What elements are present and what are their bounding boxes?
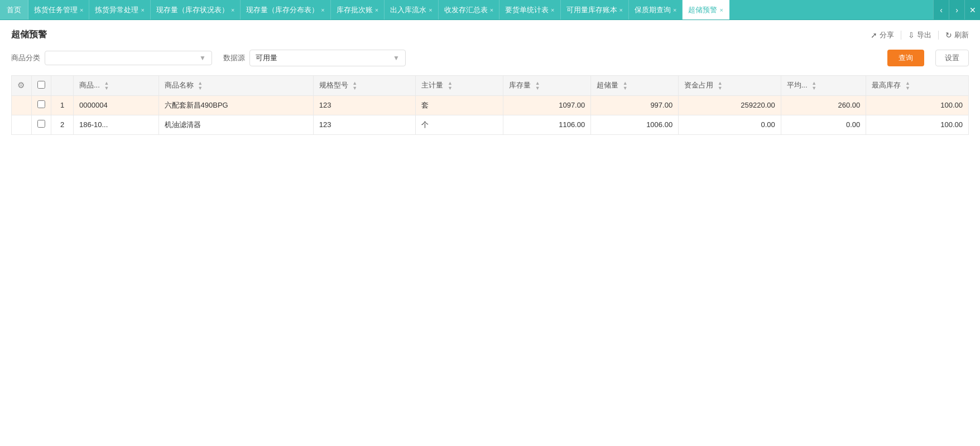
nav-item-5-close[interactable]: × — [429, 7, 432, 13]
table-header: ⚙ 商品... ▲▼ 商品名称 ▲▼ 规格型号 ▲▼ — [12, 76, 969, 96]
nav-item-7-close[interactable]: × — [551, 7, 554, 13]
nav-next-btn[interactable]: › — [949, 0, 964, 20]
td-avg-1: 0.00 — [781, 115, 866, 134]
th-over-label: 超储量 — [597, 81, 618, 89]
header-actions: ➚ 分享 ⇩ 导出 ↻ 刷新 — [871, 30, 969, 40]
nav-item-0-close[interactable]: × — [80, 7, 83, 13]
datasource-select[interactable]: 可用量 ▼ — [249, 50, 406, 66]
nav-item-10[interactable]: 超储预警 × — [683, 0, 729, 20]
category-filter-group: 商品分类 ▼ — [11, 51, 212, 65]
td-over-0: 997.00 — [591, 95, 679, 115]
th-checkbox[interactable] — [32, 76, 51, 96]
th-code-sort[interactable]: ▲▼ — [104, 81, 109, 91]
td-settings-0 — [12, 95, 32, 115]
td-spec-0: 123 — [313, 95, 416, 115]
td-stock-1: 1106.00 — [503, 115, 591, 134]
td-settings-1 — [12, 115, 32, 134]
nav-item-6[interactable]: 收发存汇总表 × — [439, 0, 499, 20]
filter-bar: 商品分类 ▼ 数据源 可用量 ▼ 查询 设置 — [11, 50, 969, 66]
nav-item-8-close[interactable]: × — [619, 7, 623, 13]
datasource-label: 数据源 — [223, 53, 245, 63]
divider-2 — [938, 31, 939, 40]
category-label: 商品分类 — [11, 53, 40, 63]
settings-button[interactable]: 设置 — [935, 50, 969, 66]
nav-item-10-close[interactable]: × — [719, 7, 723, 13]
th-max-label: 最高库存 — [872, 81, 901, 89]
nav-item-9[interactable]: 保质期查询 × — [629, 0, 683, 20]
th-name-sort[interactable]: ▲▼ — [198, 81, 203, 91]
th-max[interactable]: 最高库存 ▲▼ — [866, 76, 969, 96]
nav-item-8[interactable]: 可用量库存账本 × — [561, 0, 629, 20]
settings-gear-icon[interactable]: ⚙ — [17, 80, 25, 90]
nav-item-4[interactable]: 库存批次账 × — [331, 0, 385, 20]
table-row: 2 186-10... 机油滤清器 123 个 1106.00 1006.00 … — [12, 115, 969, 134]
query-button[interactable]: 查询 — [887, 50, 924, 66]
category-select[interactable]: ▼ — [45, 51, 212, 65]
nav-item-7[interactable]: 要货单统计表 × — [499, 0, 560, 20]
nav-item-9-close[interactable]: × — [673, 7, 676, 13]
th-avg[interactable]: 平均... ▲▼ — [781, 76, 866, 96]
th-over[interactable]: 超储量 ▲▼ — [591, 76, 679, 96]
nav-item-5[interactable]: 出入库流水 × — [385, 0, 438, 20]
top-nav: 首页 拣货任务管理 × 拣货异常处理 × 现存量（库存状况表） × 现存量（库存… — [0, 0, 980, 20]
th-spec-sort[interactable]: ▲▼ — [352, 81, 357, 91]
td-capital-0: 259220.00 — [679, 95, 781, 115]
nav-item-1-label: 拣货异常处理 — [95, 5, 138, 15]
nav-item-10-label: 超储预警 — [688, 5, 717, 15]
th-spec[interactable]: 规格型号 ▲▼ — [313, 76, 416, 96]
nav-item-1-close[interactable]: × — [141, 7, 144, 13]
th-stock[interactable]: 库存量 ▲▼ — [503, 76, 591, 96]
page-title: 超储预警 — [11, 29, 47, 41]
nav-home[interactable]: 首页 — [0, 0, 28, 20]
th-stock-label: 库存量 — [509, 81, 531, 89]
row-checkbox-1[interactable] — [37, 120, 45, 128]
th-settings[interactable]: ⚙ — [12, 76, 32, 96]
th-max-sort[interactable]: ▲▼ — [905, 81, 910, 91]
nav-home-label: 首页 — [7, 5, 21, 15]
export-label: 导出 — [917, 30, 931, 40]
th-capital-sort[interactable]: ▲▼ — [718, 81, 723, 91]
th-stock-sort[interactable]: ▲▼ — [535, 81, 540, 91]
th-avg-sort[interactable]: ▲▼ — [811, 81, 816, 91]
nav-close-btn[interactable]: ✕ — [964, 0, 980, 20]
td-capital-1: 0.00 — [679, 115, 781, 134]
nav-item-3[interactable]: 现存量（库存分布表） × — [241, 0, 330, 20]
td-checkbox-0[interactable] — [32, 95, 51, 115]
row-checkbox-0[interactable] — [37, 100, 45, 108]
th-unit-sort[interactable]: ▲▼ — [448, 81, 453, 91]
th-avg-label: 平均... — [787, 81, 808, 89]
nav-item-2-label: 现存量（库存状况表） — [156, 5, 229, 15]
th-capital-label: 资金占用 — [684, 81, 713, 89]
refresh-button[interactable]: ↻ 刷新 — [945, 30, 969, 40]
th-capital[interactable]: 资金占用 ▲▼ — [679, 76, 781, 96]
export-button[interactable]: ⇩ 导出 — [908, 30, 931, 40]
td-avg-0: 260.00 — [781, 95, 866, 115]
td-unit-1: 个 — [416, 115, 503, 134]
th-name[interactable]: 商品名称 ▲▼ — [158, 76, 313, 96]
select-all-checkbox[interactable] — [37, 81, 45, 89]
share-button[interactable]: ➚ 分享 — [871, 30, 894, 40]
nav-item-1[interactable]: 拣货异常处理 × — [89, 0, 150, 20]
divider-1 — [901, 31, 901, 40]
th-unit[interactable]: 主计量 ▲▼ — [416, 76, 503, 96]
nav-item-4-close[interactable]: × — [375, 7, 378, 13]
nav-prev-btn[interactable]: ‹ — [933, 0, 949, 20]
th-code[interactable]: 商品... ▲▼ — [74, 76, 159, 96]
nav-item-6-close[interactable]: × — [490, 7, 493, 13]
data-table: ⚙ 商品... ▲▼ 商品名称 ▲▼ 规格型号 ▲▼ — [11, 75, 969, 135]
td-num-0: 1 — [51, 95, 74, 115]
nav-item-2-close[interactable]: × — [231, 7, 234, 13]
nav-item-7-label: 要货单统计表 — [505, 5, 549, 15]
nav-item-0[interactable]: 拣货任务管理 × — [28, 0, 89, 20]
nav-item-3-close[interactable]: × — [321, 7, 324, 13]
td-unit-0: 套 — [416, 95, 503, 115]
th-over-sort[interactable]: ▲▼ — [623, 81, 628, 91]
share-icon: ➚ — [871, 31, 877, 40]
th-num — [51, 76, 74, 96]
nav-item-6-label: 收发存汇总表 — [444, 5, 488, 15]
td-num-1: 2 — [51, 115, 74, 134]
td-spec-1: 123 — [313, 115, 416, 134]
td-checkbox-1[interactable] — [32, 115, 51, 134]
td-code-1: 186-10... — [74, 115, 159, 134]
nav-item-2[interactable]: 现存量（库存状况表） × — [151, 0, 241, 20]
